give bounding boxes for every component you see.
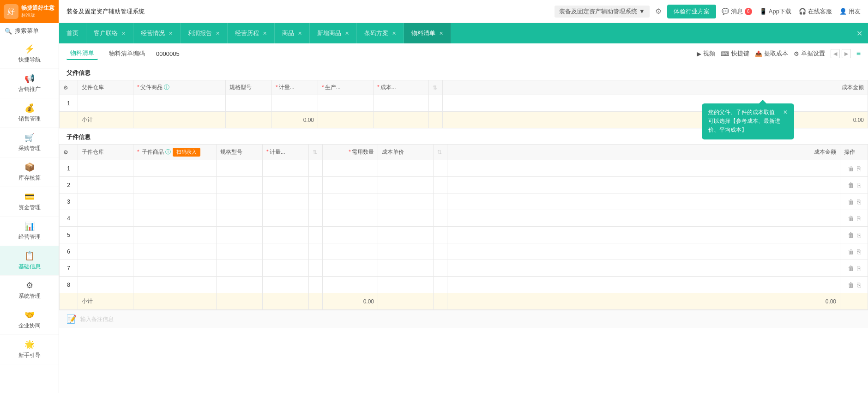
tab-ops-close[interactable]: ✕ [169,30,173,36]
sidebar-item-enterprise[interactable]: 🤝 企业协同 [0,305,59,335]
sidebar-item-finance[interactable]: 💳 资金管理 [0,187,59,217]
delete-icon[interactable]: 🗑 [848,231,854,239]
parent-product-cell[interactable] [133,95,226,112]
child-unit-cost-cell[interactable] [378,227,434,243]
sidebar-item-operations[interactable]: 📊 经营管理 [0,217,59,246]
child-warehouse-cell[interactable] [78,227,133,243]
child-product-cell[interactable] [133,160,217,177]
extract-cost-btn[interactable]: 📤 提取成本 [755,49,788,58]
child-qty-cell[interactable] [323,193,378,210]
child-qty-cell[interactable] [323,227,378,243]
child-measure-cell[interactable] [263,210,309,227]
child-unit-cost-cell[interactable] [378,277,434,293]
tab-customers[interactable]: 客户联络 ✕ [86,23,133,43]
copy-icon[interactable]: ⎘ [857,231,861,239]
app-download-btn[interactable]: 📱 App下载 [760,7,791,16]
child-warehouse-cell[interactable] [78,260,133,277]
parent-production-cell[interactable] [318,95,374,112]
tab-new-product[interactable]: 新增商品 ✕ [310,23,357,43]
sub-tab-bom-code[interactable]: 物料清单编码 [105,48,149,60]
child-product-cell[interactable] [133,243,217,260]
copy-icon[interactable]: ⎘ [857,265,861,272]
copy-icon[interactable]: ⎘ [857,198,861,206]
system-dropdown-btn[interactable]: 装备及固定资产辅助管理系统 ▼ [555,6,650,18]
tab-profit-close[interactable]: ✕ [216,30,220,36]
tooltip-close-btn[interactable]: ✕ [783,108,788,117]
delete-icon[interactable]: 🗑 [848,165,854,172]
sidebar-item-marketing[interactable]: 📢 营销推广 [0,69,59,98]
child-qty-cell[interactable] [323,177,378,193]
child-spec-cell[interactable] [217,210,263,227]
sidebar-item-purchase[interactable]: 🛒 采购管理 [0,128,59,157]
tab-customers-close[interactable]: ✕ [121,30,126,36]
parent-warehouse-cell[interactable] [78,95,133,112]
tab-operations-history[interactable]: 经营历程 ✕ [228,23,275,43]
child-qty-cell[interactable] [323,277,378,293]
child-spec-cell[interactable] [217,277,263,293]
child-product-cell[interactable] [133,227,217,243]
sidebar-item-inventory[interactable]: 📦 库存核算 [0,157,59,187]
child-spec-cell[interactable] [217,260,263,277]
child-qty-cell[interactable] [323,260,378,277]
close-all-tabs-btn[interactable]: ✕ [851,29,868,38]
child-col-settings[interactable]: ⚙ [60,145,78,160]
next-arrow[interactable]: ▶ [842,49,851,58]
delete-icon[interactable]: 🗑 [848,281,854,289]
child-spec-cell[interactable] [217,243,263,260]
child-measure-cell[interactable] [263,243,309,260]
child-measure-cell[interactable] [263,160,309,177]
copy-icon[interactable]: ⎘ [857,215,861,222]
child-measure-cell[interactable] [263,227,309,243]
child-warehouse-cell[interactable] [78,160,133,177]
child-qty-cell[interactable] [323,243,378,260]
user-btn[interactable]: 👤 用友 [839,7,861,16]
view-video-btn[interactable]: ▶ 视频 [697,49,715,58]
sidebar-item-sales[interactable]: 💰 销售管理 [0,98,59,128]
child-measure-cell[interactable] [263,193,309,210]
child-warehouse-cell[interactable] [78,210,133,227]
child-measure-cell[interactable] [263,177,309,193]
online-service-btn[interactable]: 🎧 在线客服 [799,7,832,16]
child-product-cell[interactable] [133,193,217,210]
tab-bom[interactable]: 物料清单 ✕ [404,23,451,43]
sidebar-item-basic[interactable]: 📋 基础信息 [0,246,59,276]
child-measure-cell[interactable] [263,260,309,277]
copy-icon[interactable]: ⎘ [857,281,861,289]
shortcut-btn[interactable]: ⌨ 快捷键 [721,49,749,58]
tab-barcode[interactable]: 条码方案 ✕ [357,23,404,43]
tab-products-close[interactable]: ✕ [298,30,302,36]
copy-icon[interactable]: ⎘ [857,181,861,189]
parent-spec-cell[interactable] [226,95,272,112]
child-product-cell[interactable] [133,277,217,293]
child-warehouse-cell[interactable] [78,243,133,260]
sidebar-item-system[interactable]: ⚙ 系统管理 [0,276,59,305]
child-spec-cell[interactable] [217,177,263,193]
child-qty-cell[interactable] [323,160,378,177]
parent-col-settings[interactable]: ⚙ [60,80,78,95]
delete-icon[interactable]: 🗑 [848,265,854,272]
child-product-cell[interactable] [133,260,217,277]
child-unit-cost-cell[interactable] [378,210,434,227]
tab-home[interactable]: 首页 [59,23,86,43]
child-unit-cost-cell[interactable] [378,260,434,277]
child-spec-cell[interactable] [217,193,263,210]
delete-icon[interactable]: 🗑 [848,181,854,189]
copy-icon[interactable]: ⎘ [857,248,861,255]
tab-operations-status[interactable]: 经营情况 ✕ [133,23,181,43]
child-unit-cost-cell[interactable] [378,243,434,260]
child-product-cell[interactable] [133,177,217,193]
copy-icon[interactable]: ⎘ [857,165,861,172]
child-unit-cost-cell[interactable] [378,160,434,177]
child-qty-cell[interactable] [323,210,378,227]
sub-tab-bom-list[interactable]: 物料清单 [66,47,98,60]
child-unit-cost-cell[interactable] [378,193,434,210]
single-settings-btn[interactable]: ⚙ 单据设置 [794,49,825,58]
prev-arrow[interactable]: ◀ [831,49,840,58]
child-unit-cost-cell[interactable] [378,177,434,193]
messages-btn[interactable]: 💬 消息 6 [722,7,752,16]
tab-products[interactable]: 商品 ✕ [275,23,310,43]
delete-icon[interactable]: 🗑 [848,198,854,206]
delete-icon[interactable]: 🗑 [848,215,854,222]
sidebar-item-quick-nav[interactable]: ⚡ 快捷导航 [0,39,59,69]
child-warehouse-cell[interactable] [78,177,133,193]
